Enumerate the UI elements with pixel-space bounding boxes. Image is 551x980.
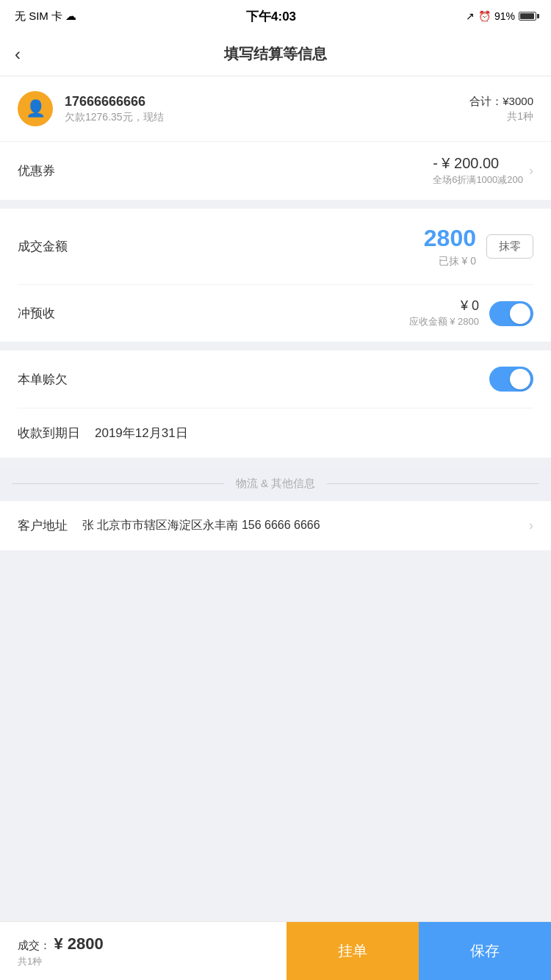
prepay-row: 冲预收 ¥ 0 应收金额 ¥ 2800 [18,285,533,342]
nav-bar: ‹ 填写结算等信息 [0,32,551,76]
address-section: 客户地址 张 北京市市辖区海淀区永丰南 156 6666 6666 › [0,501,551,550]
debt-section: 本单赊欠 收款到期日 2019年12月31日 [0,350,551,458]
status-bar: 无 SIM 卡 ☁ 下午4:03 ↗ ⏰ 91% [0,0,551,32]
customer-card: 👤 17666666666 欠款1276.35元，现结 合计：¥3000 共1种… [0,76,551,200]
amount-value-group: 2800 已抹 ¥ 0 [424,225,476,268]
bottom-spacer [0,550,551,609]
logistics-line-right [327,483,539,484]
address-chevron-icon: › [529,518,533,533]
toggle-knob [510,303,530,324]
page-title: 填写结算等信息 [224,44,327,64]
amount-label: 成交金额 [18,238,68,255]
customer-total: 合计：¥3000 共1种 [469,95,533,123]
coupon-desc: 全场6折满1000减200 [433,173,523,187]
bottom-summary: 成交： ¥ 2800 共1种 [0,934,287,968]
coupon-label: 优惠券 [18,162,55,179]
debt-toggle[interactable] [489,367,533,392]
prepay-value: ¥ 0 [409,298,479,314]
coupon-right: - ¥ 200.00 全场6折满1000减200 › [433,155,533,187]
status-time: 下午4:03 [246,8,296,25]
prepay-sub: 应收金额 ¥ 2800 [409,315,479,328]
logistics-divider: 物流 & 其他信息 [0,466,551,501]
prepay-right: ¥ 0 应收金额 ¥ 2800 [409,298,533,328]
save-button[interactable]: 保存 [419,922,551,981]
address-value: 张 北京市市辖区海淀区永丰南 156 6666 6666 [82,518,529,533]
amount-section: 成交金额 2800 已抹 ¥ 0 抹零 冲预收 ¥ 0 应收金额 ¥ 2800 [0,209,551,342]
debt-toggle-knob [510,369,530,389]
coupon-row[interactable]: 优惠券 - ¥ 200.00 全场6折满1000减200 › [0,141,551,200]
customer-debt: 欠款1276.35元，现结 [65,111,164,124]
amount-row: 成交金额 2800 已抹 ¥ 0 抹零 [18,209,533,285]
address-row[interactable]: 客户地址 张 北京市市辖区海淀区永丰南 156 6666 6666 › [18,501,533,550]
customer-left: 👤 17666666666 欠款1276.35元，现结 [18,91,164,126]
debt-label: 本单赊欠 [18,371,68,388]
sim-label: 无 SIM 卡 ☁ [15,10,76,24]
due-date-label: 收款到期日 [18,425,80,442]
battery-percent: 91% [494,10,515,22]
product-count: 共1种 [469,110,533,123]
due-date-value: 2019年12月31日 [95,425,188,442]
total-amount: 合计：¥3000 [469,95,533,109]
deal-count: 共1种 [18,955,269,968]
avatar: 👤 [18,91,53,126]
logistics-label: 物流 & 其他信息 [236,477,315,491]
bottom-bar: 成交： ¥ 2800 共1种 挂单 保存 [0,921,551,980]
chevron-right-icon: › [529,163,533,179]
alarm-icon: ⏰ [478,10,491,22]
address-label: 客户地址 [18,517,68,534]
status-right: ↗ ⏰ 91% [466,10,536,22]
amount-sub: 已抹 ¥ 0 [424,255,476,268]
due-date-row: 收款到期日 2019年12月31日 [18,408,533,458]
location-icon: ↗ [466,10,475,22]
amount-right: 2800 已抹 ¥ 0 抹零 [424,225,533,268]
customer-info: 17666666666 欠款1276.35元，现结 [65,94,164,124]
customer-row: 👤 17666666666 欠款1276.35元，现结 合计：¥3000 共1种 [0,76,551,141]
hang-button[interactable]: 挂单 [287,922,419,981]
round-button[interactable]: 抹零 [486,234,533,259]
deal-label: 成交： [18,939,51,951]
status-left: 无 SIM 卡 ☁ [15,10,76,24]
coupon-info: - ¥ 200.00 全场6折满1000减200 [433,155,523,187]
battery-icon [519,12,536,21]
prepay-toggle[interactable] [489,301,533,326]
debt-row: 本单赊欠 [18,350,533,408]
deal-amount: ¥ 2800 [54,934,103,953]
logistics-line-left [12,483,224,484]
customer-phone: 17666666666 [65,94,164,109]
deal-info: 成交： ¥ 2800 [18,934,269,954]
prepay-label: 冲预收 [18,305,55,322]
prepay-amount-group: ¥ 0 应收金额 ¥ 2800 [409,298,479,328]
back-button[interactable]: ‹ [15,44,21,65]
coupon-discount: - ¥ 200.00 [433,155,523,172]
amount-value: 2800 [424,225,476,252]
